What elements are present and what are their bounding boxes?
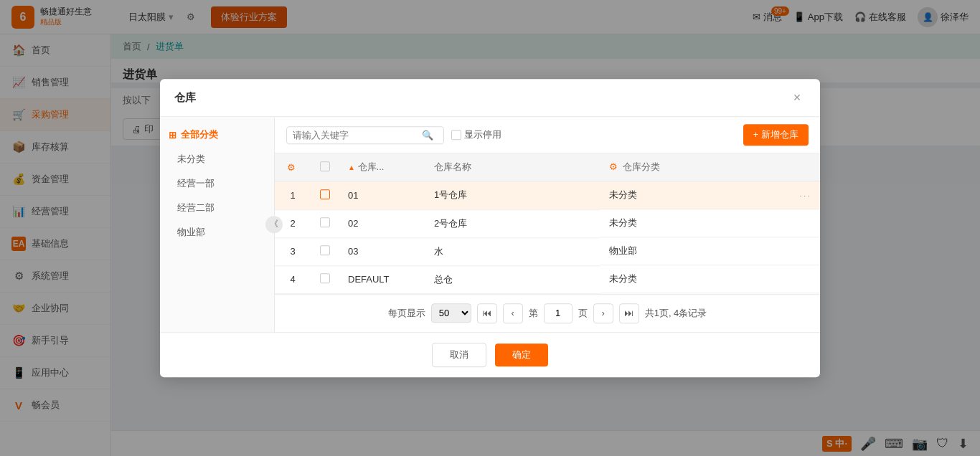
settings-th-icon: ⚙ [287, 162, 296, 173]
close-icon[interactable]: × [788, 89, 806, 106]
page-input[interactable] [544, 303, 573, 323]
row-num: 4 [275, 265, 311, 293]
page-next-button[interactable]: › [593, 303, 613, 323]
modal-footer: 取消 确定 [160, 332, 820, 377]
th-settings: ⚙ [275, 153, 311, 181]
table-row[interactable]: 1 01 1号仓库 未分类··· [275, 181, 820, 210]
row-checkbox[interactable] [311, 237, 339, 265]
sort-category-icon: ⚙ [609, 161, 618, 172]
row-code: 03 [339, 237, 425, 265]
table-header-row: ⚙ ▲ 仓库... 仓库名称 [275, 153, 820, 181]
grid-icon: ⊞ [169, 130, 176, 141]
warehouse-modal: 仓库 × ⊞ 全部分类 《 未分类 经营一部 经营二部 物业部 [160, 79, 820, 377]
cat-item-ops2[interactable]: 经营二部 [160, 196, 274, 220]
row-name: 总仓 [425, 265, 600, 293]
show-disabled-toggle[interactable]: 显示停用 [451, 128, 501, 141]
row-checkbox[interactable] [311, 265, 339, 293]
row-category: 未分类··· [600, 181, 820, 209]
row-checkbox[interactable] [311, 181, 339, 210]
modal-body: ⊞ 全部分类 《 未分类 经营一部 经营二部 物业部 🔍 [160, 117, 820, 332]
row-num: 3 [275, 237, 311, 265]
pagination: 每页显示 50 100 200 ⏮ ‹ 第 页 › ⏭ 共1页, 4条记录 [275, 294, 820, 332]
page-label-pre: 第 [529, 307, 538, 320]
sort-icon: ▲ [348, 163, 355, 171]
row-name: 2号仓库 [425, 209, 600, 237]
category-all-label: 全部分类 [181, 128, 218, 141]
row-checkbox[interactable] [311, 209, 339, 237]
row-code: DEFAULT [339, 265, 425, 293]
th-checkbox [311, 153, 339, 181]
search-icon[interactable]: 🔍 [422, 130, 433, 141]
modal-title: 仓库 [174, 91, 196, 105]
search-box: 🔍 [286, 126, 444, 144]
content-panel: 🔍 显示停用 + 新增仓库 ⚙ [275, 117, 820, 332]
total-info: 共1页, 4条记录 [645, 307, 707, 320]
page-prev-button[interactable]: ‹ [503, 303, 523, 323]
search-input[interactable] [293, 130, 422, 141]
add-warehouse-button[interactable]: + 新增仓库 [743, 124, 809, 146]
confirm-button[interactable]: 确定 [495, 343, 548, 366]
select-all-checkbox[interactable] [320, 161, 330, 171]
row-num: 1 [275, 181, 311, 210]
table-row[interactable]: 2 02 2号仓库 未分类 [275, 209, 820, 237]
collapse-icon[interactable]: 《 [265, 216, 283, 233]
show-disabled-label: 显示停用 [464, 128, 501, 141]
row-name: 1号仓库 [425, 181, 600, 210]
row-code: 02 [339, 209, 425, 237]
page-first-button[interactable]: ⏮ [477, 303, 497, 323]
content-toolbar: 🔍 显示停用 + 新增仓库 [275, 117, 820, 153]
row-category: 未分类 [600, 209, 820, 237]
modal-header: 仓库 × [160, 79, 820, 117]
th-code: ▲ 仓库... [339, 153, 425, 181]
page-last-button[interactable]: ⏭ [619, 303, 639, 323]
table-row[interactable]: 3 03 水 物业部 [275, 237, 820, 265]
cat-item-ops1[interactable]: 经营一部 [160, 171, 274, 196]
per-page-label: 每页显示 [388, 307, 425, 320]
row-category: 物业部 [600, 237, 820, 265]
th-name: 仓库名称 [425, 153, 600, 181]
page-label: 页 [578, 307, 588, 320]
th-category: ⚙ 仓库分类 [600, 153, 820, 181]
per-page-select[interactable]: 50 100 200 [431, 303, 471, 323]
show-disabled-checkbox[interactable] [451, 130, 461, 140]
row-code: 01 [339, 181, 425, 210]
cat-item-property[interactable]: 物业部 [160, 220, 274, 244]
row-name: 水 [425, 237, 600, 265]
row-category: 未分类 [600, 265, 820, 293]
table-row[interactable]: 4 DEFAULT 总仓 未分类 [275, 265, 820, 293]
cancel-button[interactable]: 取消 [432, 343, 486, 367]
row-actions[interactable]: ··· [799, 190, 811, 201]
data-table: ⚙ ▲ 仓库... 仓库名称 [275, 153, 820, 294]
category-header[interactable]: ⊞ 全部分类 [160, 123, 274, 147]
cat-item-unclassified[interactable]: 未分类 [160, 147, 274, 171]
category-panel: ⊞ 全部分类 《 未分类 经营一部 经营二部 物业部 [160, 117, 275, 332]
